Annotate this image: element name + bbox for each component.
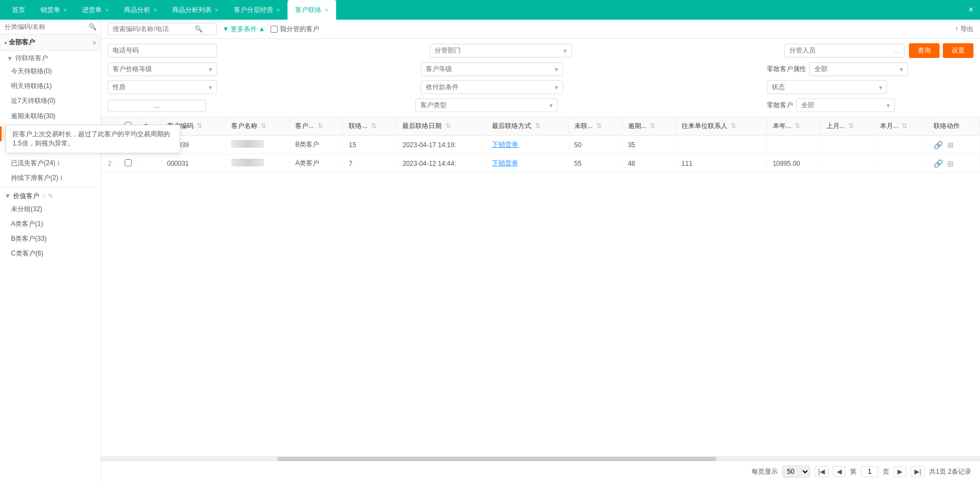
sidebar-item-tomorrow[interactable]: 明天待联络(1): [0, 79, 101, 94]
nav-purchase[interactable]: 进货单 ×: [74, 0, 116, 20]
action-grid-icon-2[interactable]: ⊞: [947, 159, 954, 168]
export-button[interactable]: ↑ 导出: [955, 25, 973, 34]
col-last-contact-date[interactable]: 最后联络日期 ⇅: [397, 117, 486, 136]
sidebar-search-icon[interactable]: 🔍: [89, 23, 97, 31]
table-row: 2 000031 A类客户 7 2023-04-12 14:44: 下销货单: [101, 154, 980, 173]
my-customers-checkbox-label[interactable]: 我分管的客户: [271, 25, 319, 34]
sort-uncontacted-icon: ⇅: [596, 122, 602, 130]
nav-customer-contact[interactable]: 客户联络 ×: [287, 0, 336, 20]
col-uncontacted[interactable]: 未联... ⇅: [568, 117, 622, 136]
more-conditions-button[interactable]: ▼ 更多条件 ▲: [222, 25, 265, 34]
customer-type-field[interactable]: 客户类型 ▾: [415, 98, 558, 112]
gender-field[interactable]: 性质 ▾: [108, 80, 217, 94]
cell-uncontacted-2: 55: [568, 154, 622, 173]
cell-thismonth-1: [874, 136, 928, 154]
nav-sales[interactable]: 销货单 ×: [33, 0, 74, 20]
query-button[interactable]: 查询: [909, 43, 940, 58]
cell-overdue-2: 48: [622, 154, 676, 173]
cell-code-2: 000031: [161, 154, 225, 173]
sidebar-item-a-class[interactable]: A类客户(1): [0, 217, 101, 231]
last-page-button[interactable]: ▶|: [911, 466, 925, 477]
cell-checkbox-2[interactable]: [119, 154, 137, 173]
sidebar-item-churned[interactable]: 已流失客户(24) ℹ: [0, 156, 101, 171]
sort-thismonth-icon: ⇅: [902, 122, 907, 130]
expand-btn[interactable]: »: [92, 39, 96, 47]
top-nav: 首页 销货单 × 进货单 × 商品分析 × 商品分析列表 × 客户分层经营 × …: [0, 0, 980, 20]
sidebar-item-c-class[interactable]: C类客户(6): [0, 246, 101, 261]
manager-dots: ...: [894, 47, 900, 55]
close-sales-icon[interactable]: ×: [63, 7, 67, 13]
sidebar-item-ungroup[interactable]: 未分组(32): [0, 202, 101, 217]
horizontal-scrollbar[interactable]: [101, 456, 980, 461]
nav-home[interactable]: 首页: [4, 0, 33, 20]
method-link-1[interactable]: 下销货单: [492, 141, 518, 148]
nav-customer-tier[interactable]: 客户分层经营 ×: [226, 0, 287, 20]
payment-field[interactable]: 收付款条件 ▾: [421, 80, 563, 94]
sidebar-item-b-class[interactable]: B类客户(33): [0, 231, 101, 246]
action-link-icon-1[interactable]: 🔗: [934, 141, 943, 149]
action-link-icon-2[interactable]: 🔗: [934, 159, 943, 168]
close-product-analysis-icon[interactable]: ×: [154, 7, 157, 13]
next-page-button[interactable]: ▶: [894, 466, 906, 477]
cell-method-1[interactable]: 下销货单: [486, 136, 568, 154]
sort-overdue-icon: ⇅: [650, 122, 655, 130]
filter-search-container: 🔍: [108, 23, 217, 35]
scroll-thumb[interactable]: [277, 457, 717, 461]
nav-product-analysis[interactable]: 商品分析 ×: [116, 0, 165, 20]
col-customer-name[interactable]: 客户名称 ⇅: [225, 117, 289, 136]
filter-search-icon[interactable]: 🔍: [195, 25, 203, 33]
phone-field[interactable]: 电话号码: [108, 44, 217, 57]
col-customer-type[interactable]: 客户... ⇅: [290, 117, 343, 136]
close-purchase-icon[interactable]: ×: [105, 7, 108, 13]
customer-grade-field[interactable]: 客户等级 ▾: [421, 62, 563, 76]
all-customers-header[interactable]: ▪ 全部客户 »: [0, 34, 101, 51]
sidebar-search-input[interactable]: [4, 23, 86, 31]
dept-field[interactable]: 分管部门 ▾: [430, 44, 572, 57]
status-field[interactable]: 状态 ▾: [767, 80, 887, 94]
pending-contact-group[interactable]: ▼ 待联络客户: [0, 51, 101, 64]
per-page-select[interactable]: 50 100 200: [782, 466, 810, 478]
method-link-2[interactable]: 下销货单: [492, 159, 518, 167]
sidebar-item-declining[interactable]: 持续下滑客户(2) ℹ: [0, 171, 101, 185]
page-label: 第: [850, 467, 856, 477]
page-suffix: 页: [883, 467, 889, 477]
col-this-month[interactable]: 本月... ⇅: [874, 117, 928, 136]
filter-row-3: 性质 ▾ 收付款条件 ▾ 状态 ▾: [108, 78, 973, 96]
first-page-button[interactable]: |◀: [814, 466, 829, 477]
filter-search-input[interactable]: [113, 25, 195, 33]
manager-field[interactable]: 分管人员 ...: [784, 44, 905, 57]
close-all-button[interactable]: ×: [969, 5, 973, 15]
value-customers-header[interactable]: ▼ 价值客户 ○ ✎: [0, 189, 101, 202]
sidebar-item-7days[interactable]: 近7天待联络(0): [0, 94, 101, 108]
row-checkbox-2[interactable]: [125, 159, 132, 166]
col-last-month[interactable]: 上月... ⇅: [820, 117, 874, 136]
col-overdue[interactable]: 逾期... ⇅: [622, 117, 676, 136]
price-grade-down-icon: ▾: [209, 66, 212, 73]
cell-method-2[interactable]: 下销货单: [486, 154, 568, 173]
dept-down-icon: ▾: [564, 47, 567, 55]
prev-page-button[interactable]: ◀: [833, 466, 846, 477]
settings-button[interactable]: 设置: [943, 43, 973, 58]
col-company-contact[interactable]: 往来单位联系人 ⇅: [676, 117, 767, 136]
action-grid-icon-1[interactable]: ⊞: [947, 141, 954, 149]
my-customers-checkbox[interactable]: [271, 26, 278, 33]
page-number-input[interactable]: [861, 466, 878, 477]
col-this-year[interactable]: 本年... ⇅: [767, 117, 820, 136]
retail-customer-field[interactable]: 全部 ▾: [796, 98, 895, 112]
col-contact-count[interactable]: 联络... ⇅: [343, 117, 397, 136]
sidebar-item-today[interactable]: 今天待联络(0): [0, 64, 101, 79]
price-grade-field[interactable]: 客户价格等级 ▾: [108, 62, 217, 76]
nav-product-list[interactable]: 商品分析列表 ×: [165, 0, 226, 20]
col-last-contact-method[interactable]: 最后联络方式 ⇅: [486, 117, 568, 136]
close-product-list-icon[interactable]: ×: [215, 7, 218, 13]
cell-name-1: [225, 136, 289, 154]
retail-attr-field[interactable]: 全部 ▾: [809, 62, 908, 76]
sort-code-icon: ⇅: [197, 122, 202, 130]
sidebar-item-overdue[interactable]: 逾期未联络(30): [0, 109, 101, 124]
close-customer-contact-icon[interactable]: ×: [325, 7, 328, 13]
sort-date-icon: ⇅: [445, 122, 451, 130]
close-customer-tier-icon[interactable]: ×: [277, 7, 280, 13]
edit-icons[interactable]: ○ ✎: [43, 193, 53, 200]
dots-field[interactable]: ...: [108, 100, 206, 112]
table-container: ⚙ 客户编码 ⇅ 客户名称 ⇅ 客户... ⇅: [101, 117, 980, 456]
